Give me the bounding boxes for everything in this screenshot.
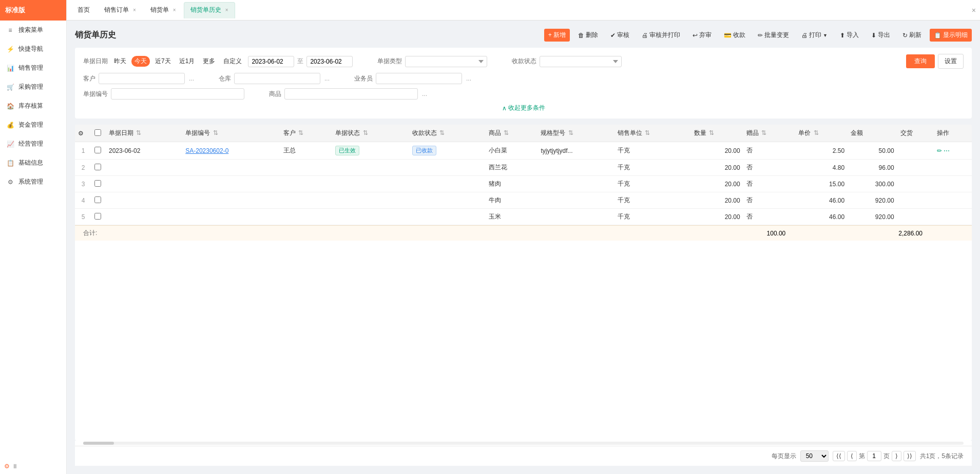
new-button[interactable]: + 新增: [544, 29, 570, 42]
cell-checkbox[interactable]: [91, 209, 106, 225]
tab-bar-close-all[interactable]: ×: [972, 6, 976, 14]
tab-sales-goods-close[interactable]: ×: [173, 7, 176, 13]
goods-input[interactable]: [284, 88, 418, 100]
date-chip-yesterday[interactable]: 昨天: [111, 56, 129, 67]
sidebar-item-purchase[interactable]: 🛒 采购管理: [0, 77, 66, 96]
more-action[interactable]: ⋯: [944, 147, 950, 154]
col-gift-sort[interactable]: ⇅: [761, 129, 766, 136]
sidebar-collapse-btn[interactable]: ⏸: [12, 463, 18, 470]
sidebar-item-quicknav[interactable]: ⚡ 快捷导航: [0, 40, 66, 58]
sidebar-item-basic[interactable]: 📋 基础信息: [0, 153, 66, 172]
show-detail-button[interactable]: 📋 显示明细: [930, 29, 972, 42]
page-prev-btn[interactable]: ⟨: [847, 451, 857, 461]
payment-status-select[interactable]: [540, 56, 622, 67]
batch-change-button[interactable]: ✏ 批量变更: [754, 29, 793, 42]
cell-checkbox[interactable]: [91, 192, 106, 209]
date-chip-more[interactable]: 更多: [200, 56, 218, 67]
col-price[interactable]: 单价 ⇅: [795, 125, 848, 142]
row-checkbox[interactable]: [94, 180, 101, 187]
tab-sales-history[interactable]: 销货单历史 ×: [184, 2, 235, 18]
tab-sales-history-close[interactable]: ×: [225, 7, 228, 13]
set-button[interactable]: 设置: [938, 54, 964, 69]
page-last-btn[interactable]: ⟩⟩: [904, 451, 916, 461]
col-goods-sort[interactable]: ⇅: [504, 129, 509, 136]
import-button[interactable]: ⬆ 导入: [836, 29, 863, 42]
salesman-input[interactable]: [376, 73, 462, 84]
filter-panel: 单据日期 昨天 今天 近7天 近1月 更多 自定义 至 单据类型: [75, 48, 972, 118]
edit-action[interactable]: ✏: [937, 147, 942, 154]
sidebar-item-search[interactable]: ≡ 搜索菜单: [0, 21, 66, 40]
select-all-checkbox[interactable]: [94, 129, 101, 136]
sidebar-item-inventory[interactable]: 🏠 库存核算: [0, 96, 66, 115]
sidebar-item-operation[interactable]: 📈 经营管理: [0, 134, 66, 153]
col-unit-sort[interactable]: ⇅: [645, 129, 650, 136]
col-customer[interactable]: 客户 ⇅: [280, 125, 333, 142]
cell-checkbox[interactable]: [91, 160, 106, 176]
col-doc-status-sort[interactable]: ⇅: [363, 129, 368, 136]
collapse-filter-btn[interactable]: ∧ 收起更多条件: [83, 104, 964, 112]
page-size-select[interactable]: 50 100 200: [800, 450, 829, 462]
cell-checkbox[interactable]: [91, 176, 106, 192]
page-number-input[interactable]: [867, 451, 881, 461]
date-from-input[interactable]: [248, 56, 294, 67]
col-date-sort[interactable]: ⇅: [136, 129, 141, 136]
col-goods[interactable]: 商品 ⇅: [486, 125, 538, 142]
review-print-button[interactable]: 🖨 审核并打印: [638, 29, 684, 42]
row-checkbox[interactable]: [94, 213, 101, 220]
scrollbar-thumb[interactable]: [83, 442, 114, 445]
date-chip-7days[interactable]: 近7天: [152, 56, 174, 67]
sidebar-settings-btn[interactable]: ⚙: [4, 463, 10, 470]
col-unit[interactable]: 销售单位 ⇅: [614, 125, 691, 142]
sidebar-item-sales[interactable]: 📊 销售管理: [0, 58, 66, 77]
col-payment-status[interactable]: 收款状态 ⇅: [409, 125, 486, 142]
goods-picker[interactable]: ...: [422, 90, 427, 97]
col-qty[interactable]: 数量 ⇅: [691, 125, 743, 142]
abandon-button[interactable]: ↩ 弃审: [688, 29, 716, 42]
page-next-btn[interactable]: ⟩: [892, 451, 901, 461]
date-chip-custom[interactable]: 自定义: [220, 56, 245, 67]
col-spec-sort[interactable]: ⇅: [568, 129, 573, 136]
warehouse-input[interactable]: [234, 73, 320, 84]
tab-sales-goods[interactable]: 销货单 ×: [144, 2, 183, 18]
settings-column-icon[interactable]: ⚙: [78, 130, 84, 137]
print-button[interactable]: 🖨 打印 ▼: [797, 29, 832, 42]
page-first-btn[interactable]: ⟨⟨: [833, 451, 845, 461]
export-button[interactable]: ⬇ 导出: [867, 29, 894, 42]
col-spec[interactable]: 规格型号 ⇅: [537, 125, 614, 142]
col-doc-status[interactable]: 单据状态 ⇅: [332, 125, 409, 142]
tab-sales-order-close[interactable]: ×: [133, 7, 136, 13]
date-chip-today[interactable]: 今天: [131, 56, 150, 67]
sidebar-item-system[interactable]: ⚙ 系统管理: [0, 172, 66, 191]
delete-button[interactable]: 🗑 删除: [574, 29, 602, 42]
doc-no-link[interactable]: SA-20230602-0: [185, 147, 228, 154]
tab-sales-order[interactable]: 销售订单 ×: [98, 2, 143, 18]
cell-checkbox[interactable]: [91, 142, 106, 160]
col-date[interactable]: 单据日期 ⇅: [106, 125, 182, 142]
col-checkbox[interactable]: [91, 125, 106, 142]
col-doc-no-sort[interactable]: ⇅: [213, 129, 218, 136]
row-checkbox[interactable]: [94, 147, 101, 153]
salesman-picker[interactable]: ...: [466, 75, 471, 82]
col-qty-sort[interactable]: ⇅: [709, 129, 714, 136]
doc-type-select[interactable]: [405, 56, 487, 67]
warehouse-picker[interactable]: ...: [324, 75, 330, 82]
col-payment-status-sort[interactable]: ⇅: [439, 129, 445, 136]
collect-button[interactable]: 💳 收款: [720, 29, 750, 42]
row-checkbox[interactable]: [94, 196, 101, 203]
col-doc-no[interactable]: 单据编号 ⇅: [182, 125, 280, 142]
col-settings[interactable]: ⚙: [75, 125, 91, 142]
sidebar-item-finance[interactable]: 💰 资金管理: [0, 115, 66, 134]
tab-home[interactable]: 首页: [71, 2, 97, 18]
refresh-button[interactable]: ↻ 刷新: [898, 29, 926, 42]
customer-picker[interactable]: ...: [189, 75, 194, 82]
query-button[interactable]: 查询: [906, 54, 935, 68]
date-chip-1month[interactable]: 近1月: [176, 56, 198, 67]
col-gift[interactable]: 赠品 ⇅: [743, 125, 796, 142]
col-customer-sort[interactable]: ⇅: [298, 129, 303, 136]
row-checkbox[interactable]: [94, 164, 101, 170]
customer-input[interactable]: [99, 73, 185, 84]
review-button[interactable]: ✔ 审核: [606, 29, 633, 42]
doc-no-input[interactable]: [111, 88, 244, 100]
col-price-sort[interactable]: ⇅: [814, 129, 819, 136]
date-to-input[interactable]: [306, 56, 353, 67]
